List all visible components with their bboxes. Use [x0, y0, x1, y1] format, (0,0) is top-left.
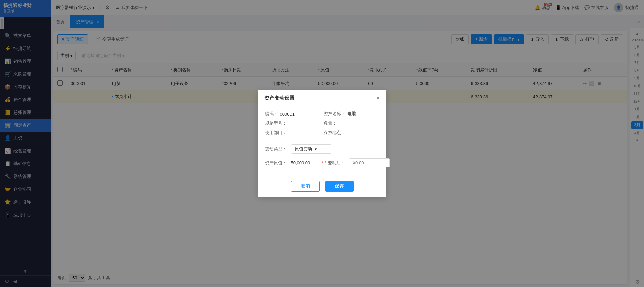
after-change-input[interactable] [349, 158, 390, 167]
asset-name-label: 资产名称： [324, 111, 345, 117]
code-value: 000001 [280, 111, 295, 117]
change-type-chevron-icon: ▾ [315, 147, 317, 152]
modal-values-row: 资产原值： 50,000.00 * * 变动后： [265, 158, 379, 167]
after-change-text: * 变动后： [325, 160, 345, 165]
modal-name-field: 资产名称： 电脑 [324, 111, 379, 117]
asset-change-modal: 资产变动设置 × 编码： 000001 资产名称： 电脑 规格型号： [258, 90, 386, 197]
change-type-label: 变动类型： [265, 146, 287, 152]
code-label: 编码： [265, 111, 278, 117]
quantity-label: 数量： [324, 120, 337, 126]
modal-row-1: 编码： 000001 资产名称： 电脑 [265, 111, 379, 117]
modal-body: 编码： 000001 资产名称： 电脑 规格型号： 数量： [258, 105, 386, 177]
location-label: 存放地点： [324, 130, 345, 136]
spec-label: 规格型号： [265, 120, 287, 126]
modal-location-field: 存放地点： [324, 130, 379, 136]
modal-row-3: 使用部门： 存放地点： [265, 130, 379, 136]
modal-title: 资产变动设置 [264, 95, 295, 101]
dept-label: 使用部门： [265, 130, 287, 136]
modal-code-field: 编码： 000001 [265, 111, 321, 117]
modal-divider [265, 140, 379, 140]
save-btn[interactable]: 保存 [325, 181, 354, 192]
change-type-select[interactable]: 原值变动 ▾ [291, 144, 331, 154]
modal-header: 资产变动设置 × [258, 90, 386, 105]
original-value-display: 50,000.00 [291, 160, 318, 165]
modal-quantity-field: 数量： [324, 120, 379, 126]
modal-change-type-row: 变动类型： 原值变动 ▾ [265, 144, 379, 154]
modal-footer: 取消 保存 [258, 177, 386, 197]
modal-close-btn[interactable]: × [376, 95, 380, 102]
modal-overlay: 资产变动设置 × 编码： 000001 资产名称： 电脑 规格型号： [0, 0, 644, 287]
original-value-label: 资产原值： [265, 160, 287, 166]
after-change-label: * * 变动后： [322, 160, 345, 166]
asset-name-value: 电脑 [347, 111, 356, 117]
modal-spec-field: 规格型号： [265, 120, 321, 126]
modal-dept-field: 使用部门： [265, 130, 321, 136]
cancel-btn[interactable]: 取消 [291, 181, 320, 192]
modal-row-2: 规格型号： 数量： [265, 120, 379, 126]
change-type-value: 原值变动 [295, 146, 312, 152]
